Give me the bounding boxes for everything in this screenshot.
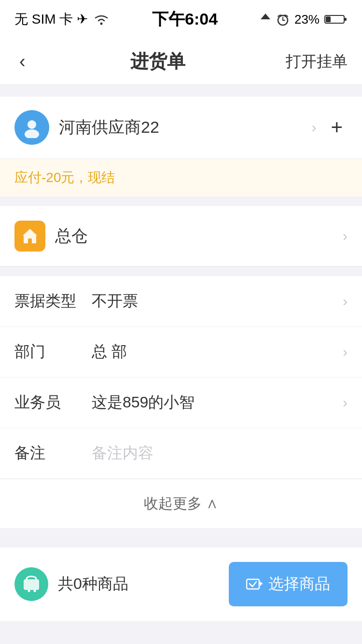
supplier-section: 河南供应商22 › + [0,97,362,159]
warehouse-name: 总仓 [55,225,343,247]
battery-icon [324,14,348,25]
svg-point-0 [100,23,103,25]
section-divider-1 [0,196,362,206]
location-icon [260,13,271,26]
supplier-avatar [14,110,49,145]
svg-point-7 [28,120,36,129]
salesman-row[interactable]: 业务员 这是859的小智 › [0,378,362,428]
notice-text: 应付-20元，现结 [14,170,115,185]
select-product-label: 选择商品 [268,574,330,595]
bottom-section: 共0种商品 选择商品 [0,547,362,621]
form-section: 票据类型 不开票 › 部门 总 部 › 业务员 这是859的小智 › 备注 备注… [0,276,362,528]
sim-text: 无 SIM 卡 ✈ [14,10,88,28]
alarm-icon [276,13,290,26]
svg-rect-15 [247,579,259,589]
battery-text: 23% [294,12,320,27]
svg-rect-6 [326,16,331,22]
remark-label: 备注 [14,443,82,464]
svg-point-13 [28,590,30,592]
warehouse-icon [14,221,45,252]
warehouse-building-icon [21,227,39,245]
status-time: 下午6:04 [152,8,218,30]
supplier-chevron-icon: › [311,119,316,136]
warehouse-chevron-icon: › [343,228,348,244]
invoice-type-row[interactable]: 票据类型 不开票 › [0,276,362,327]
svg-marker-10 [23,229,37,236]
remark-input[interactable]: 备注内容 [82,443,348,464]
salesman-chevron-icon: › [343,394,348,411]
svg-rect-5 [344,18,347,21]
dept-label: 部门 [14,341,82,363]
add-supplier-button[interactable]: + [326,116,348,139]
section-divider-2 [0,528,362,538]
user-avatar-icon [21,117,42,138]
wifi-icon [93,13,110,26]
svg-point-14 [34,590,36,592]
select-product-icon [246,577,263,591]
select-product-button[interactable]: 选择商品 [229,562,348,606]
top-divider [0,85,362,97]
collapse-button[interactable]: 收起更多 ∧ [0,479,362,528]
supplier-name[interactable]: 河南供应商22 [59,116,311,139]
warehouse-row[interactable]: 总仓 › [0,206,362,266]
dept-value: 总 部 [82,341,343,363]
invoice-label: 票据类型 [14,291,82,312]
invoice-value: 不开票 [82,291,343,312]
product-cart-icon-wrap [14,567,48,601]
cart-icon [22,574,41,594]
svg-rect-12 [24,579,39,590]
status-right: 23% [260,12,348,27]
status-left: 无 SIM 卡 ✈ [14,10,110,28]
nav-bar: ‹ 进货单 打开挂单 [0,39,362,85]
salesman-value: 这是859的小智 [82,392,343,413]
collapse-label: 收起更多 ∧ [144,495,218,511]
open-pending-button[interactable]: 打开挂单 [286,51,348,72]
dept-chevron-icon: › [343,344,348,360]
svg-point-8 [25,129,39,138]
remark-row[interactable]: 备注 备注内容 [0,428,362,479]
product-count: 共0种商品 [58,574,219,595]
svg-rect-11 [28,238,32,243]
page-title: 进货单 [130,49,185,74]
dept-row[interactable]: 部门 总 部 › [0,327,362,378]
status-bar: 无 SIM 卡 ✈ 下午6:04 23% [0,0,362,39]
notice-bar: 应付-20元，现结 [0,159,362,196]
back-button[interactable]: ‹ [14,46,30,77]
invoice-chevron-icon: › [343,293,348,309]
salesman-label: 业务员 [14,392,82,413]
